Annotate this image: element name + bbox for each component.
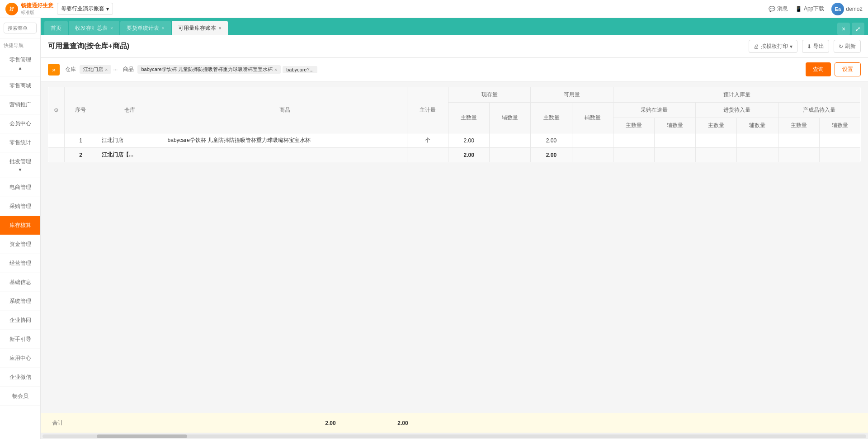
row-available-main-0: 2.00 — [531, 133, 572, 148]
content-area: 首页 收发存汇总表 × 要货单统计表 × 可用量库存账本 × × ⤢ — [41, 18, 868, 439]
col-unit-header: 主计量 — [407, 87, 448, 133]
tab-order-stats[interactable]: 要货单统计表 × — [120, 21, 171, 35]
sidebar-item-retail-stats[interactable]: 零售统计 — [0, 133, 40, 152]
setting-button[interactable]: 设置 — [835, 62, 861, 76]
warehouse-tag-0[interactable]: 江北门店 × — [80, 65, 111, 74]
chevron-down-icon: ▾ — [106, 6, 109, 12]
row-current-aux-1 — [490, 148, 531, 162]
tab-available-inventory[interactable]: 可用量库存账本 × — [172, 21, 228, 35]
row-index-0: 1 — [65, 133, 97, 148]
row-incoming-pending-aux-1 — [737, 148, 778, 162]
page-actions: 🖨 按模板打印 ▾ ⬇ 导出 ↻ 刷新 — [749, 40, 861, 53]
print-icon: 🖨 — [754, 43, 759, 50]
tab-home[interactable]: 首页 — [44, 21, 68, 35]
product-tag-0[interactable]: babycare学饮杯 儿童防摔防撞吸管杯重力球吸嘴杯宝宝水杯 × — [137, 65, 281, 74]
sidebar-item-new-guide[interactable]: 新手引导 — [0, 330, 40, 349]
sidebar-item-ecommerce-mgmt[interactable]: 电商管理 — [0, 178, 40, 197]
refresh-button[interactable]: ↻ 刷新 — [834, 40, 861, 53]
product-filter-group: 商品 babycare学饮杯 儿童防摔防撞吸管杯重力球吸嘴杯宝宝水杯 × bab… — [123, 65, 317, 74]
horizontal-scrollbar[interactable] — [41, 433, 868, 439]
row-available-aux-0 — [572, 133, 613, 148]
app-download-button[interactable]: 📱 App下载 — [795, 5, 824, 13]
row-current-main-0: 2.00 — [448, 133, 490, 148]
row-unit-0: 个 — [407, 133, 448, 148]
col-purchase-transit-main-header: 主数量 — [613, 118, 654, 133]
filter-toggle-button[interactable]: » — [48, 64, 60, 76]
col-production-pending-aux-header: 辅数量 — [819, 118, 860, 133]
tab-close-order-stats[interactable]: × — [162, 26, 165, 31]
row-current-main-1: 2.00 — [448, 148, 490, 162]
sidebar-item-label: 库存核算 — [9, 222, 31, 229]
row-purchase-transit-main-0 — [613, 133, 654, 148]
query-button[interactable]: 查询 — [806, 62, 831, 76]
warehouse-more[interactable]: ··· — [113, 66, 118, 73]
sidebar-item-label: 应用中心 — [9, 354, 31, 362]
header-right: 💬 消息 📱 App下载 Ea demo2 — [769, 3, 863, 15]
scrollbar-thumb[interactable] — [97, 434, 187, 438]
sidebar-item-retail-mgmt[interactable]: 零售管理 ▲ — [0, 51, 40, 76]
sidebar-item-finance-mgmt[interactable]: 资金管理 — [0, 235, 40, 254]
row-production-pending-aux-1 — [819, 148, 860, 162]
chevron-icon: ▼ — [18, 167, 23, 172]
print-button[interactable]: 🖨 按模板打印 ▾ — [749, 40, 797, 53]
row-purchase-transit-aux-1 — [654, 148, 695, 162]
search-input[interactable] — [4, 23, 37, 33]
chevron-icon: ▲ — [18, 66, 23, 71]
summary-bar: 合计 2.00 2.00 — [41, 413, 868, 433]
sidebar-item-label: 电商管理 — [9, 184, 31, 191]
col-purchase-transit-aux-header: 辅数量 — [654, 118, 695, 133]
row-available-aux-1 — [572, 148, 613, 162]
sidebar-item-operations-mgmt[interactable]: 经营管理 — [0, 254, 40, 273]
sidebar-item-enterprise-collab[interactable]: 企业协同 — [0, 311, 40, 330]
close-all-tabs-button[interactable]: × — [837, 23, 850, 35]
sidebar-item-member-center[interactable]: 会员中心 — [0, 114, 40, 133]
col-current-aux-header: 辅数量 — [490, 103, 531, 133]
row-settings-0 — [48, 133, 65, 148]
remove-product-tag-0[interactable]: × — [274, 67, 277, 72]
sidebar-item-retail-mall[interactable]: 零售商城 — [0, 76, 40, 95]
sidebar-item-label: 资金管理 — [9, 241, 31, 248]
sidebar-item-app-center[interactable]: 应用中心 — [0, 349, 40, 368]
logo-icon: 好 — [5, 3, 18, 15]
warehouse-tags: 江北门店 × ··· — [80, 65, 118, 74]
row-production-pending-aux-0 — [819, 133, 860, 148]
row-incoming-pending-main-1 — [696, 148, 737, 162]
col-available-aux-header: 辅数量 — [572, 103, 613, 133]
col-incoming-pending-aux-header: 辅数量 — [737, 118, 778, 133]
table-row: 2 江北门店【... 2.00 2.00 — [48, 148, 861, 162]
row-incoming-pending-main-0 — [696, 133, 737, 148]
tab-close-available-inventory[interactable]: × — [219, 26, 222, 31]
remove-warehouse-tag-0[interactable]: × — [105, 67, 108, 72]
export-button[interactable]: ⬇ 导出 — [802, 40, 829, 53]
sidebar-item-vip-member[interactable]: 畅会员 — [0, 387, 40, 406]
tab-close-receipts[interactable]: × — [110, 26, 113, 31]
col-incoming-pending-main-header: 主数量 — [696, 118, 737, 133]
logo-text: 畅捷通好生意 标准版 — [21, 2, 53, 15]
gear-icon[interactable]: ⚙ — [53, 107, 60, 113]
sidebar-item-enterprise-wechat[interactable]: 企业微信 — [0, 368, 40, 387]
scrollbar-track[interactable] — [42, 434, 866, 438]
avatar: Ea — [831, 3, 844, 15]
col-planned-inbound-header: 预计入库量 — [613, 87, 860, 103]
message-button[interactable]: 💬 消息 — [769, 5, 788, 13]
main-layout: 快捷导航 零售管理 ▲ 零售商城 营销推广 会员中心 零售统计 批发管理 ▼ 电… — [0, 18, 868, 439]
sidebar-item-marketing[interactable]: 营销推广 — [0, 95, 40, 114]
user-profile[interactable]: Ea demo2 — [831, 3, 863, 15]
tab-receipts[interactable]: 收发存汇总表 × — [69, 21, 119, 35]
sidebar-item-purchase-mgmt[interactable]: 采购管理 — [0, 197, 40, 216]
industry-select[interactable]: 母婴行业演示账套 ▾ — [57, 3, 113, 15]
sidebar-item-system-mgmt[interactable]: 系统管理 — [0, 292, 40, 311]
maximize-button[interactable]: ⤢ — [852, 23, 864, 35]
sidebar-item-label: 企业微信 — [9, 373, 31, 381]
sidebar-item-label: 基础信息 — [9, 279, 31, 286]
product-tag-1[interactable]: babycare?... — [283, 66, 317, 73]
sidebar-item-inventory-check[interactable]: 库存核算 — [0, 216, 40, 235]
col-settings-header[interactable]: ⚙ — [48, 87, 65, 133]
tab-bar-right: × ⤢ — [837, 23, 864, 35]
row-purchase-transit-main-1 — [613, 148, 654, 162]
row-purchase-transit-aux-0 — [654, 133, 695, 148]
sidebar-item-wholesale-mgmt[interactable]: 批发管理 ▼ — [0, 152, 40, 178]
sidebar-item-label: 营销推广 — [9, 101, 31, 109]
sidebar-quick-nav[interactable]: 快捷导航 — [0, 38, 40, 51]
sidebar-item-basic-info[interactable]: 基础信息 — [0, 273, 40, 292]
